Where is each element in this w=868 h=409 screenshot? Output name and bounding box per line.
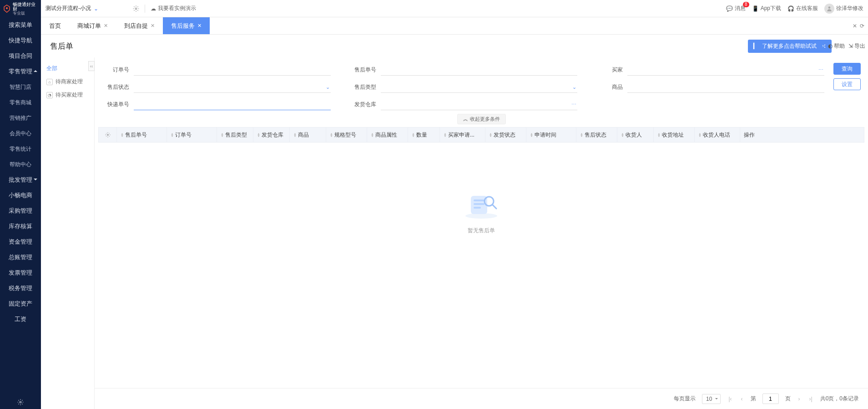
settings-gear-icon[interactable] (0, 395, 41, 409)
nav-item-9[interactable]: 总账管理 (0, 250, 41, 265)
sort-icon: ▲▼ (412, 133, 415, 137)
nav-item-10[interactable]: 发票管理 (0, 265, 41, 281)
label-order-no: 订单号 (102, 66, 134, 74)
tab-close-icon[interactable]: ✕ (197, 23, 202, 29)
filter-status-icon: ⌂ (46, 79, 53, 85)
query-button[interactable]: 查询 (833, 63, 861, 75)
field-after-no: 售后单号 (349, 63, 578, 77)
th-7[interactable]: ▲▼数量 (408, 128, 440, 142)
filter-collapse-icon[interactable]: ‹‹ (88, 61, 95, 71)
th-6[interactable]: ▲▼商品属性 (367, 128, 408, 142)
th-13[interactable]: ▲▼收货地址 (654, 128, 695, 142)
nav-sub-3-4[interactable]: 零售统计 (0, 141, 41, 157)
th-4[interactable]: ▲▼商品 (290, 128, 326, 142)
th-label: 操作 (744, 131, 755, 139)
download-label: App下载 (761, 5, 781, 12)
per-page-select[interactable]: 10 (702, 394, 721, 404)
nav-item-1[interactable]: 快捷导航 (0, 33, 41, 48)
th-8[interactable]: ▲▼买家申请... (440, 128, 485, 142)
th-15[interactable]: 操作 (740, 128, 777, 142)
collapse-label: 收起更多条件 (470, 116, 500, 123)
help-icon: ◐ (828, 43, 833, 49)
th-1[interactable]: ▲▼订单号 (167, 128, 217, 142)
th-2[interactable]: ▲▼售后类型 (217, 128, 253, 142)
nav-item-7[interactable]: 库存核算 (0, 219, 41, 234)
filter-item-1[interactable]: ⌂待商家处理 (41, 75, 94, 88)
app-download-link[interactable]: 📱 App下载 (752, 5, 781, 12)
page-input[interactable] (762, 394, 779, 404)
tab-3[interactable]: 售后服务✕ (163, 17, 210, 34)
nav-item-3[interactable]: 零售管理 (0, 64, 41, 79)
sort-icon: ▲▼ (257, 133, 260, 137)
nav-sub-3-3[interactable]: 会员中心 (0, 126, 41, 141)
nav-item-4[interactable]: 批发管理 (0, 172, 41, 188)
label-buyer: 买家 (595, 66, 627, 74)
sort-icon: ▲▼ (621, 133, 624, 137)
tab-2[interactable]: 到店自提✕ (116, 17, 163, 34)
table-area: ▲▼售后单号▲▼订单号▲▼售后类型▲▼发货仓库▲▼商品▲▼规格型号▲▼商品属性▲… (95, 127, 868, 388)
first-page-icon[interactable]: |‹ (727, 396, 733, 402)
help-link[interactable]: ◐ 帮助 (828, 42, 845, 50)
demo-link[interactable]: ☁ 我要看实例演示 (151, 5, 196, 12)
nav-item-8[interactable]: 资金管理 (0, 234, 41, 250)
th-9[interactable]: ▲▼发货状态 (485, 128, 526, 142)
tab-close-all-icon[interactable]: ✕ (853, 23, 857, 29)
field-buyer: 买家 ⋯ (595, 63, 824, 77)
filter-label: 全部 (46, 65, 57, 72)
prev-page-icon[interactable]: ‹ (740, 396, 744, 402)
input-after-no[interactable] (381, 64, 578, 76)
table-settings-icon[interactable] (99, 128, 117, 142)
next-page-icon[interactable]: › (797, 396, 802, 402)
th-10[interactable]: ▲▼申请时间 (526, 128, 576, 142)
nav-item-2[interactable]: 项目合同 (0, 48, 41, 64)
environment-selector[interactable]: 测试分开流程-小况 ⌄ (45, 5, 127, 12)
filter-item-2[interactable]: ◔待买家处理 (41, 88, 94, 102)
setting-button[interactable]: 设置 (833, 78, 861, 90)
nav-item-0[interactable]: 搜索菜单 (0, 17, 41, 33)
svg-point-0 (6, 7, 8, 9)
more-icon[interactable]: ⋯ (571, 102, 576, 107)
export-link[interactable]: ⇲ 导出 (848, 42, 865, 50)
chevron-down-icon[interactable]: ⌄ (326, 84, 330, 90)
tab-0[interactable]: 首页 (41, 17, 69, 34)
th-14[interactable]: ▲▼收货人电话 (695, 128, 740, 142)
customer-service-link[interactable]: 🎧 在线客服 (787, 5, 818, 12)
th-11[interactable]: ▲▼售后状态 (576, 128, 617, 142)
nav-sub-3-1[interactable]: 零售商城 (0, 95, 41, 110)
collapse-conditions-button[interactable]: ︽ 收起更多条件 (457, 114, 506, 124)
user-menu[interactable]: 徐泽华修改 (824, 4, 863, 14)
input-goods[interactable] (627, 81, 824, 93)
th-3[interactable]: ▲▼发货仓库 (253, 128, 290, 142)
nav-item-6[interactable]: 采购管理 (0, 203, 41, 219)
nav-sub-3-5[interactable]: 帮助中心 (0, 157, 41, 172)
tab-close-icon[interactable]: ✕ (104, 23, 108, 29)
chevron-down-icon[interactable]: ⌄ (572, 84, 576, 90)
phone-icon: 📱 (752, 5, 759, 12)
sort-icon: ▲▼ (330, 133, 333, 137)
nav-item-13[interactable]: 工资 (0, 312, 41, 327)
help-tip-banner: ▎ 了解更多点击帮助试试 ✕ (748, 40, 832, 53)
th-12[interactable]: ▲▼收货人 (617, 128, 654, 142)
nav-sub-3-0[interactable]: 智慧门店 (0, 79, 41, 95)
messages-link[interactable]: 💬 消息 8 (726, 5, 746, 12)
page-pre-label: 第 (751, 395, 756, 403)
input-after-status[interactable] (134, 81, 331, 93)
input-order-no[interactable] (134, 64, 331, 76)
tab-more-icon[interactable]: ⟳ (860, 23, 864, 29)
nav-item-12[interactable]: 固定资产 (0, 296, 41, 312)
filter-item-0[interactable]: 全部 (41, 62, 94, 75)
nav-item-5[interactable]: 小畅电商 (0, 188, 41, 203)
gear-icon[interactable] (133, 5, 139, 12)
input-after-type[interactable] (381, 81, 578, 93)
th-0[interactable]: ▲▼售后单号 (117, 128, 167, 142)
last-page-icon[interactable]: ›| (808, 396, 814, 402)
input-buyer[interactable] (627, 64, 824, 76)
input-warehouse[interactable] (381, 98, 578, 110)
tab-close-icon[interactable]: ✕ (151, 23, 155, 29)
nav-sub-3-2[interactable]: 营销推广 (0, 110, 41, 126)
th-5[interactable]: ▲▼规格型号 (326, 128, 367, 142)
tab-1[interactable]: 商城订单✕ (69, 17, 116, 34)
input-express-no[interactable] (134, 98, 331, 110)
nav-item-11[interactable]: 税务管理 (0, 281, 41, 296)
more-icon[interactable]: ⋯ (818, 67, 823, 73)
